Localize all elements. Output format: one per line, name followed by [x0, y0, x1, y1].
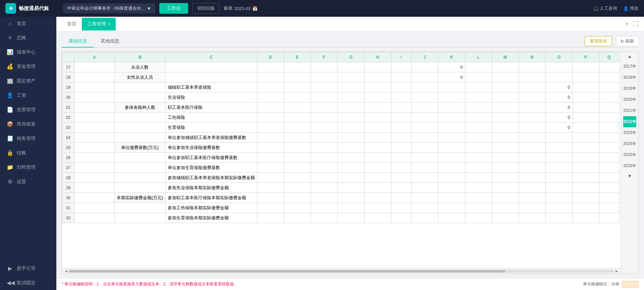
cell-24-n[interactable]: [519, 133, 545, 143]
cell-20-b[interactable]: [115, 92, 166, 102]
sub-tab-basic[interactable]: 基础信息: [62, 35, 94, 48]
cell-21-k[interactable]: [438, 102, 465, 113]
cell-32-k[interactable]: [438, 213, 465, 223]
cell-19-o[interactable]: 0: [545, 82, 572, 92]
cell-21-m[interactable]: [492, 102, 519, 113]
cell-18-d[interactable]: [257, 72, 284, 82]
cell-31-o[interactable]: [545, 203, 572, 213]
cell-28-m[interactable]: [492, 173, 519, 183]
cell-25-i[interactable]: [391, 143, 411, 153]
cell-26-c[interactable]: 单位参加职工基本医疗保险缴费基数: [165, 153, 257, 163]
cell-25-p[interactable]: [572, 143, 599, 153]
cell-22-i[interactable]: [391, 113, 411, 123]
cell-25-c[interactable]: 单位参加失业保险缴费基数: [165, 143, 257, 153]
cell-19-l[interactable]: [465, 82, 492, 92]
cell-31-a[interactable]: [74, 203, 115, 213]
cell-26-q[interactable]: [599, 153, 619, 163]
cell-17-a[interactable]: [74, 62, 115, 72]
cell-18-p[interactable]: [572, 72, 599, 82]
cell-29-b[interactable]: [115, 183, 166, 193]
cell-21-g[interactable]: [337, 102, 364, 113]
cell-27-d[interactable]: [257, 163, 284, 173]
cell-31-j[interactable]: [411, 203, 438, 213]
cell-23-l[interactable]: [465, 123, 492, 133]
scroll-right-icon[interactable]: ▶: [614, 269, 620, 273]
cell-31-g[interactable]: [337, 203, 364, 213]
sidebar-item-settings[interactable]: ⚙ 设置: [0, 174, 56, 189]
cell-23-p[interactable]: [572, 123, 599, 133]
year-item[interactable]: 2022年: [623, 116, 636, 127]
cell-17-e[interactable]: [284, 62, 311, 72]
cell-19-g[interactable]: [337, 82, 364, 92]
tab-industry[interactable]: 工商管理 ×: [82, 18, 116, 30]
cell-30-n[interactable]: [519, 193, 545, 203]
cell-22-k[interactable]: [438, 113, 465, 123]
workbench-button[interactable]: 工作台: [159, 3, 188, 14]
cell-27-b[interactable]: [115, 163, 166, 173]
cell-28-j[interactable]: [411, 173, 438, 183]
cell-21-i[interactable]: [391, 102, 411, 113]
cell-18-q[interactable]: [599, 72, 619, 82]
cell-30-k[interactable]: [438, 193, 465, 203]
cell-27-e[interactable]: [284, 163, 311, 173]
cell-32-h[interactable]: [364, 213, 391, 223]
cell-29-h[interactable]: [364, 183, 391, 193]
cell-24-i[interactable]: [391, 133, 411, 143]
sidebar-item-archive[interactable]: 📁 归档管理: [0, 160, 56, 174]
cell-23-c[interactable]: 生育保险: [165, 123, 257, 133]
cell-31-p[interactable]: [572, 203, 599, 213]
cell-22-n[interactable]: [519, 113, 545, 123]
cell-24-k[interactable]: [438, 133, 465, 143]
cell-17-p[interactable]: [572, 62, 599, 72]
cell-27-h[interactable]: [364, 163, 391, 173]
cell-17-n[interactable]: [519, 62, 545, 72]
cell-25-n[interactable]: [519, 143, 545, 153]
cell-32-f[interactable]: [311, 213, 337, 223]
cell-27-m[interactable]: [492, 163, 519, 173]
cell-18-l[interactable]: [465, 72, 492, 82]
sidebar-item-new-guide[interactable]: ▶ 新手引导: [0, 261, 56, 276]
cell-28-e[interactable]: [284, 173, 311, 183]
cell-30-p[interactable]: [572, 193, 599, 203]
cell-30-e[interactable]: [284, 193, 311, 203]
cell-21-l[interactable]: [465, 102, 492, 113]
cell-22-j[interactable]: [411, 113, 438, 123]
reset-report-button[interactable]: 重置报表: [585, 36, 612, 46]
cell-29-p[interactable]: [572, 183, 599, 193]
cell-27-j[interactable]: [411, 163, 438, 173]
cell-28-q[interactable]: [599, 173, 619, 183]
cell-31-e[interactable]: [284, 203, 311, 213]
cell-20-p[interactable]: [572, 92, 599, 102]
switch-version-button[interactable]: 切到旧版: [192, 3, 220, 14]
cell-25-o[interactable]: [545, 143, 572, 153]
cell-26-f[interactable]: [311, 153, 337, 163]
cell-28-o[interactable]: [545, 173, 572, 183]
cell-29-o[interactable]: [545, 183, 572, 193]
cell-27-g[interactable]: [337, 163, 364, 173]
cell-19-c[interactable]: 城镇职工基本养老保险: [165, 82, 257, 92]
cell-18-h[interactable]: [364, 72, 391, 82]
cell-30-h[interactable]: [364, 193, 391, 203]
cell-32-c[interactable]: 参加生育保险本期实际缴费金额: [165, 213, 257, 223]
cell-32-j[interactable]: [411, 213, 438, 223]
cell-28-b[interactable]: [115, 173, 166, 183]
sidebar-item-salary[interactable]: 👤 工资: [0, 88, 56, 102]
cell-31-l[interactable]: [465, 203, 492, 213]
cell-20-g[interactable]: [337, 92, 364, 102]
cell-31-d[interactable]: [257, 203, 284, 213]
cell-25-g[interactable]: [337, 143, 364, 153]
cell-23-g[interactable]: [337, 123, 364, 133]
cell-19-k[interactable]: [438, 82, 465, 92]
cell-27-n[interactable]: [519, 163, 545, 173]
cell-28-g[interactable]: [337, 173, 364, 183]
cell-20-j[interactable]: [411, 92, 438, 102]
cell-24-p[interactable]: [572, 133, 599, 143]
cell-27-i[interactable]: [391, 163, 411, 173]
cell-29-c[interactable]: 参加失业保险本期实际缴费金额: [165, 183, 257, 193]
cell-23-n[interactable]: [519, 123, 545, 133]
cell-26-j[interactable]: [411, 153, 438, 163]
cell-28-i[interactable]: [391, 173, 411, 183]
cell-20-l[interactable]: [465, 92, 492, 102]
cell-18-o[interactable]: [545, 72, 572, 82]
cell-28-k[interactable]: [438, 173, 465, 183]
